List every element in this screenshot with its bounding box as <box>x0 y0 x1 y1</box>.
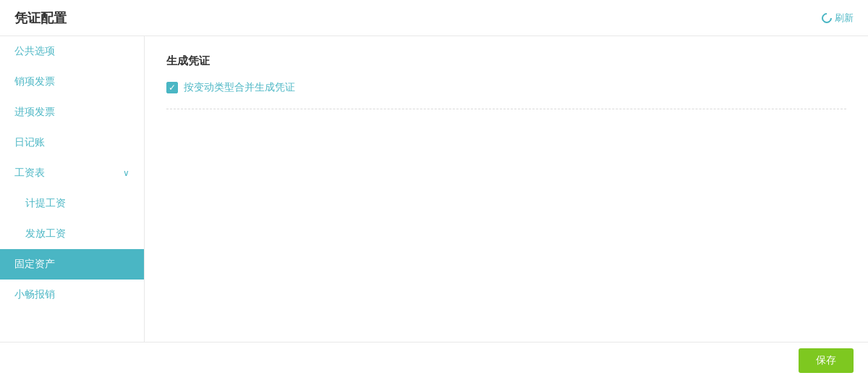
merge-by-type-checkbox[interactable]: ✓ <box>166 82 178 93</box>
sidebar-item-label: 工资表 <box>14 167 45 180</box>
sidebar-item-purchase-invoice[interactable]: 进项发票 <box>0 97 144 127</box>
page-title: 凭证配置 <box>14 9 67 27</box>
sidebar-item-label: 销项发票 <box>14 75 55 88</box>
sidebar-item-label: 发放工资 <box>25 227 66 240</box>
merge-by-type-row[interactable]: ✓ 按变动类型合并生成凭证 <box>166 81 846 94</box>
save-button[interactable]: 保存 <box>799 348 854 373</box>
footer: 保存 <box>0 342 868 378</box>
sidebar-item-public-options[interactable]: 公共选项 <box>0 36 144 67</box>
checkmark-icon: ✓ <box>169 83 176 92</box>
sidebar-item-label: 计提工资 <box>25 197 66 210</box>
header: 凭证配置 刷新 <box>0 0 868 36</box>
sidebar-item-journal[interactable]: 日记账 <box>0 127 144 158</box>
sidebar-item-label: 公共选项 <box>14 45 55 58</box>
sidebar-item-label: 小畅报销 <box>14 288 55 301</box>
refresh-button[interactable]: 刷新 <box>822 12 854 25</box>
section-title: 生成凭证 <box>166 54 846 68</box>
refresh-label: 刷新 <box>835 12 854 25</box>
main-content: 生成凭证 ✓ 按变动类型合并生成凭证 <box>145 36 868 342</box>
sidebar-item-label: 固定资产 <box>14 258 55 271</box>
sidebar: 公共选项销项发票进项发票日记账工资表∨计提工资发放工资固定资产小畅报销 <box>0 36 145 342</box>
sidebar-item-payroll-table[interactable]: 工资表∨ <box>0 158 144 188</box>
sidebar-item-expense-report[interactable]: 小畅报销 <box>0 280 144 310</box>
sidebar-item-label: 进项发票 <box>14 106 55 119</box>
sidebar-item-label: 日记账 <box>14 136 45 149</box>
chevron-down-icon: ∨ <box>123 168 129 178</box>
merge-by-type-label: 按变动类型合并生成凭证 <box>184 81 295 94</box>
divider <box>166 109 846 109</box>
refresh-icon <box>820 11 834 25</box>
sidebar-item-payroll-calc[interactable]: 计提工资 <box>0 188 144 219</box>
body: 公共选项销项发票进项发票日记账工资表∨计提工资发放工资固定资产小畅报销 生成凭证… <box>0 36 868 342</box>
sidebar-item-sales-invoice[interactable]: 销项发票 <box>0 67 144 97</box>
sidebar-item-payroll-pay[interactable]: 发放工资 <box>0 219 144 249</box>
sidebar-item-fixed-assets[interactable]: 固定资产 <box>0 249 144 280</box>
